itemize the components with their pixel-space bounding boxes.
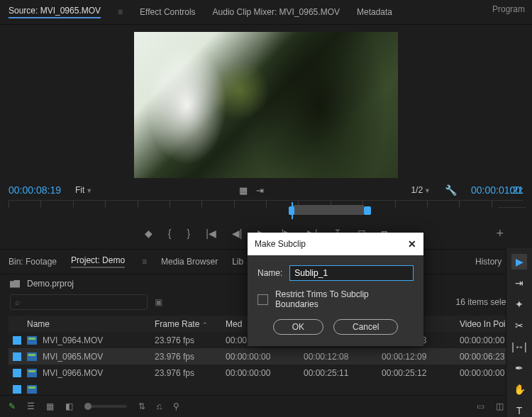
mark-out-icon[interactable]: } — [187, 228, 190, 239]
timecode-row: 00:00:08:19 Fit▼ ▦ ⇥ 1/2▼ 🔧 00:00:01:21 … — [0, 180, 532, 200]
add-marker-icon[interactable]: ◆ — [145, 228, 153, 239]
project-footer: ✎ ☰ ▦ ◧ ⇅ ⎌ ⚲ ▭ ◫ 🗑 — [0, 395, 532, 417]
new-bin-icon[interactable]: ▭ — [477, 401, 484, 411]
drag-video-icon[interactable]: ⇥ — [256, 185, 264, 196]
source-timeline[interactable] — [9, 200, 523, 222]
tab-source[interactable]: Source: MVI_0965.MOV — [9, 6, 101, 18]
button-editor-icon[interactable]: + — [496, 226, 504, 241]
automate-icon[interactable]: ⎌ — [157, 401, 162, 411]
go-to-in-icon[interactable]: |◀ — [206, 228, 216, 239]
make-subclip-dialog: Make Subclip ✕ Name: Restrict Trims To S… — [248, 233, 423, 346]
video-clip-icon — [27, 385, 37, 394]
fit-dropdown[interactable]: Fit▼ — [75, 185, 92, 195]
resolution-dropdown[interactable]: 1/2▼ — [411, 185, 431, 195]
dialog-titlebar[interactable]: Make Subclip ✕ — [248, 233, 423, 255]
search-icon: ⌕ — [15, 297, 20, 307]
restrict-trims-label: Restrict Trims To Subclip Boundaries — [275, 289, 414, 309]
folder-icon — [10, 280, 20, 288]
sort-icon[interactable]: ⇅ — [138, 401, 145, 411]
filter-bin-icon[interactable]: ▣ — [155, 297, 162, 307]
list-view-icon[interactable]: ☰ — [27, 401, 35, 411]
video-preview[interactable] — [134, 32, 398, 178]
step-back-icon[interactable]: ◀| — [232, 228, 243, 239]
row-checkbox[interactable] — [13, 385, 21, 394]
row-checkbox[interactable] — [13, 369, 21, 377]
restrict-trims-checkbox[interactable] — [257, 294, 268, 305]
out-point-marker[interactable] — [364, 206, 371, 215]
video-clip-icon — [27, 352, 37, 361]
tab-project-demo[interactable]: Project: Demo — [71, 255, 125, 268]
ok-button[interactable]: OK — [273, 319, 323, 335]
tab-metadata[interactable]: Metadata — [357, 7, 392, 17]
row-checkbox[interactable] — [13, 352, 21, 361]
cancel-button[interactable]: Cancel — [333, 319, 398, 335]
pen-tool-icon[interactable]: ✒ — [511, 360, 527, 376]
dialog-title: Make Subclip — [255, 239, 306, 249]
subclip-name-input[interactable] — [289, 265, 414, 281]
mark-in-icon[interactable]: { — [168, 228, 172, 239]
ripple-edit-tool-icon[interactable]: ✦ — [511, 296, 527, 312]
pencil-icon[interactable]: ✎ — [9, 401, 16, 411]
thumbnail-size-slider[interactable] — [84, 405, 127, 408]
tab-menu-icon[interactable]: ≡ — [118, 7, 123, 17]
source-monitor-tabs: Source: MVI_0965.MOV ≡ Effect Controls A… — [0, 0, 532, 25]
close-icon[interactable]: ✕ — [408, 238, 416, 250]
hand-tool-icon[interactable]: ✋ — [511, 382, 527, 397]
video-clip-icon — [27, 336, 37, 345]
tab-libraries[interactable]: Lib — [232, 257, 243, 267]
playhead-timecode[interactable]: 00:00:08:19 — [9, 184, 61, 196]
slip-tool-icon[interactable]: |↔| — [511, 339, 527, 355]
selection-tool-icon[interactable]: ▶ — [511, 254, 527, 269]
col-frame-rate[interactable]: Frame Rate⌃ — [155, 319, 226, 329]
panel-menu-icon[interactable]: ≡ — [142, 257, 147, 267]
table-row[interactable]: MVI_0966.MOV 23.976 fps 00:00:00:00 00:0… — [9, 365, 523, 381]
search-input[interactable]: ⌕ — [10, 294, 148, 310]
type-tool-icon[interactable]: T — [511, 403, 527, 417]
tab-history[interactable]: History — [475, 257, 501, 267]
wrench-icon[interactable]: 🔧 — [445, 184, 457, 196]
tab-effect-controls[interactable]: Effect Controls — [140, 7, 195, 17]
table-row[interactable]: MVI_0965.MOV 23.976 fps 00:00:00:00 00:0… — [9, 348, 523, 365]
find-icon[interactable]: ⚲ — [173, 401, 179, 411]
project-filename: Demo.prproj — [27, 279, 74, 289]
col-name[interactable]: Name — [27, 319, 155, 329]
in-out-range[interactable] — [292, 205, 364, 215]
source-monitor — [0, 25, 532, 180]
tab-program[interactable]: Program — [492, 4, 525, 14]
tab-audio-clip-mixer[interactable]: Audio Clip Mixer: MVI_0965.MOV — [213, 7, 340, 17]
in-point-marker[interactable] — [289, 206, 294, 215]
row-checkbox[interactable] — [13, 336, 21, 345]
name-label: Name: — [257, 268, 282, 278]
settings-icon[interactable]: ▦ — [239, 185, 248, 196]
program-timecode[interactable]: 00: — [510, 184, 523, 196]
tab-media-browser[interactable]: Media Browser — [161, 257, 218, 267]
new-item-icon[interactable]: ◫ — [496, 401, 504, 411]
video-clip-icon — [27, 369, 37, 377]
track-select-tool-icon[interactable]: ⇥ — [511, 275, 527, 291]
icon-view-icon[interactable]: ▦ — [46, 401, 54, 411]
program-timeline-stub — [498, 207, 526, 215]
razor-tool-icon[interactable]: ✂ — [511, 318, 527, 333]
tools-panel: ▶ ⇥ ✦ ✂ |↔| ✒ ✋ T — [506, 248, 532, 417]
tab-bin-footage[interactable]: Bin: Footage — [9, 257, 57, 267]
freeform-view-icon[interactable]: ◧ — [65, 401, 73, 411]
